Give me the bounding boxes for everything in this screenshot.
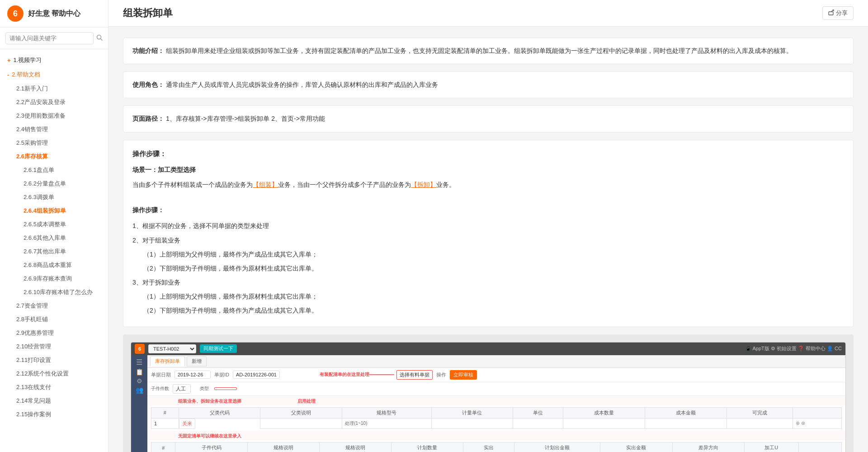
sidebar-item-cost-recalc[interactable]: 2.6.8商品成本重算 (0, 258, 108, 272)
mock-left-icon-2[interactable]: 📋 (136, 368, 143, 376)
path-text: 1、库存核算->库存管理->组装拆卸单 2、首页->常用功能 (166, 115, 325, 122)
sidebar-item-assembly-disassembly[interactable]: 2.6.4组装拆卸单 (0, 204, 108, 218)
mock-left-icon-3[interactable]: ⚙ (137, 377, 142, 385)
step3-text: 3、对于拆卸业务 (132, 277, 844, 288)
search-input[interactable] (5, 32, 94, 44)
svg-line-1 (101, 39, 103, 41)
table-row: 1 关米 处理(1~10) (151, 418, 842, 429)
step2-2-text: （2）下部明细为子件明细，最终作为原材料生成其它出库单。 (143, 263, 844, 274)
mock-sub-count[interactable]: 人工 (173, 384, 191, 394)
annotation-bom: 有装配清单的在这里处理 (320, 371, 369, 378)
feature-intro-label: 功能介绍： (132, 47, 164, 54)
mock-date-label: 单据日期 (151, 371, 171, 378)
mock-type-label: 操作 (436, 371, 446, 378)
sidebar-item-sales[interactable]: 2.4销售管理 (0, 123, 108, 136)
sidebar-item-video-learning[interactable]: + 1.视频学习 (0, 53, 108, 67)
role-label: 使用角色： (132, 81, 164, 88)
mock-period-btn[interactable]: 同期测试一下 (200, 344, 237, 353)
sidebar-item-print[interactable]: 2.11打印设置 (0, 353, 108, 367)
sidebar-item-other-inbound[interactable]: 2.6.6其他入库单 (0, 231, 108, 245)
annotation-assembly-type: 组装业务、拆卸业务在这里选择 (178, 399, 241, 404)
mock-logo: 6 (135, 344, 145, 354)
svg-rect-2 (829, 12, 833, 15)
mock-confirm-btn[interactable]: 立即审核 (450, 370, 477, 380)
mock-tab-assembly[interactable]: 库存拆卸单 (150, 356, 185, 366)
sidebar-item-purchase[interactable]: 2.5采购管理 (0, 136, 108, 150)
expand-icon: + (7, 57, 11, 64)
mock-topbar-icons: 📱 AppT版 ⚙ 初始设置 ❓ 帮助中心 👤 CC (745, 345, 842, 352)
sidebar-item-online-pay[interactable]: 2.13在线支付 (0, 381, 108, 394)
sidebar-item-label: 1.视频学习 (14, 56, 42, 64)
mock-row-actions[interactable]: ⊕ ⊗ (796, 420, 805, 426)
sidebar-item-mobile[interactable]: 2.8手机旺铺 (0, 313, 108, 326)
sidebar-item-other-outbound[interactable]: 2.6.7其他出库单 (0, 245, 108, 258)
share-label: 分享 (836, 9, 848, 17)
feature-intro-block: 功能介绍： 组装拆卸单用来处理企业组装或拆卸等加工业务，支持有固定装配清单的产品… (123, 38, 854, 64)
content-area: 功能介绍： 组装拆卸单用来处理企业组装或拆卸等加工业务，支持有固定装配清单的产品… (108, 27, 868, 452)
nav-section-2: - 2.帮助文档 2.1新手入门 2.2产品安装及登录 2.3使用前数据准备 2… (0, 67, 108, 421)
sidebar-item-inventory[interactable]: 2.6库存核算 (0, 150, 108, 163)
scenario1-title: 场景一：加工类型选择 (132, 164, 844, 176)
mock-sub-label: 子件件数 (151, 385, 169, 392)
op-steps-block: 操作步骤： 场景一：加工类型选择 当由多个子件材料组装成一个成品的业务为【组装】… (123, 140, 854, 327)
step2-1-text: （1）上部明细为父件明细，最终作为产成品生成其它入库单； (143, 249, 844, 260)
nav-sub-items: 2.1新手入门 2.2产品安装及登录 2.3使用前数据准备 2.4销售管理 2.… (0, 82, 108, 421)
sidebar-item-coupon[interactable]: 2.9优惠券管理 (0, 326, 108, 340)
annotation-no-bom: 无固定清单可以继续在这里录入 (178, 433, 241, 438)
screenshot-block: 6 TEST-H002 同期测试一下 📱 AppT版 ⚙ 初始设置 ❓ 帮助中心… (123, 334, 854, 452)
mock-date-field[interactable]: 2019-12-26 (175, 371, 211, 379)
sidebar-item-stocktake[interactable]: 2.6.1盘点单 (0, 163, 108, 177)
mock-left-icon-1[interactable]: ☰ (136, 358, 142, 366)
mock-tab-new[interactable]: 新增 (187, 356, 207, 366)
mock-left-icon-4[interactable]: 👥 (136, 386, 143, 394)
sidebar: 6 好生意 帮助中心 + 1.视频学习 - 2.帮助文档 (0, 0, 108, 452)
collapse-icon: - (7, 71, 9, 78)
share-button[interactable]: 分享 (822, 6, 854, 20)
page-title: 组装拆卸单 (123, 6, 173, 20)
site-title: 好生意 帮助中心 (28, 9, 80, 19)
sidebar-header: 6 好生意 帮助中心 (0, 0, 108, 28)
mock-type-select-label: 类型 (200, 385, 209, 392)
search-button[interactable] (96, 34, 103, 42)
step3-1-text: （1）上部明细为父件明细，最终作为原材料生成其它出库单； (143, 291, 844, 302)
sidebar-item-install-login[interactable]: 2.2产品安装及登录 (0, 95, 108, 109)
sidebar-item-cost-adjust[interactable]: 2.6.5成本调整单 (0, 218, 108, 231)
path-label: 页面路径： (132, 115, 164, 122)
sidebar-item-partial-stocktake[interactable]: 2.6.2分量盘点单 (0, 177, 108, 190)
mock-screen: 6 TEST-H002 同期测试一下 📱 AppT版 ⚙ 初始设置 ❓ 帮助中心… (131, 342, 846, 452)
sidebar-item-customization[interactable]: 2.12系统个性化设置 (0, 367, 108, 381)
role-block: 使用角色： 通常由生产人员或库管人员完成拆装业务的操作，库管人员确认原材料的出库… (123, 71, 854, 98)
sidebar-item-inventory-ledger[interactable]: 2.6.9库存账本查询 (0, 272, 108, 285)
mock-id-label: 单据ID (214, 371, 229, 378)
nav-tree: + 1.视频学习 - 2.帮助文档 2.1新手入门 2.2产品安装及登录 2.3… (0, 49, 108, 452)
search-box (0, 28, 108, 49)
mock-bom-field[interactable]: 选择有料单据 (396, 370, 433, 380)
assembly-term: 【组装】 (253, 181, 278, 188)
scenario1-desc: 当由多个子件材料组装成一个成品的业务为【组装】业务，当由一个父件拆分成多个子产品… (132, 179, 844, 190)
feature-intro-text: 组装拆卸单用来处理企业组装或拆卸等加工业务，支持有固定装配清单的产品加工业务，也… (166, 47, 793, 54)
step2-text: 2、对于组装业务 (132, 235, 844, 246)
sidebar-item-ops[interactable]: 2.10经营管理 (0, 340, 108, 353)
sidebar-item-new-user[interactable]: 2.1新手入门 (0, 82, 108, 95)
main-header: 组装拆卸单 分享 (108, 0, 868, 27)
sidebar-item-data-prep[interactable]: 2.3使用前数据准备 (0, 109, 108, 123)
annotation-enable: 启用处理 (297, 399, 316, 404)
role-text: 通常由生产人员或库管人员完成拆装业务的操作，库管人员确认原材料的出库和产成品的入… (166, 81, 438, 88)
share-icon (828, 10, 834, 17)
nav-section-1: + 1.视频学习 (0, 53, 108, 67)
mock-child-table: # 子件代码 规格说明 规格说明 计划数量 实出 计划出金额 实 (151, 442, 842, 452)
sidebar-item-faq[interactable]: 2.14常见问题 (0, 394, 108, 408)
sidebar-item-cases[interactable]: 2.15操作案例 (0, 408, 108, 421)
mock-parent-table: # 父类代码 父类说明 规格型号 计量单位 单位 成本数量 成本 (151, 407, 842, 429)
sidebar-item-help-docs[interactable]: - 2.帮助文档 (0, 67, 108, 82)
nav-level3-items: 2.6.1盘点单 2.6.2分量盘点单 2.6.3调拨单 2.6.4组装拆卸单 … (0, 163, 108, 299)
path-block: 页面路径： 1、库存核算->库存管理->组装拆卸单 2、首页->常用功能 (123, 105, 854, 132)
mock-company-select[interactable]: TEST-H002 (148, 344, 196, 353)
sidebar-item-finance[interactable]: 2.7资金管理 (0, 299, 108, 313)
disassembly-term: 【拆卸】 (411, 181, 436, 188)
mock-id-field[interactable]: AD-20191226-001 (233, 371, 280, 379)
sidebar-item-inventory-error[interactable]: 2.6.10库存账本错了怎么办 (0, 285, 108, 299)
op-steps-title: 操作步骤： (132, 147, 844, 160)
sidebar-item-transfer[interactable]: 2.6.3调拨单 (0, 190, 108, 204)
mock-type-field[interactable] (214, 387, 237, 390)
